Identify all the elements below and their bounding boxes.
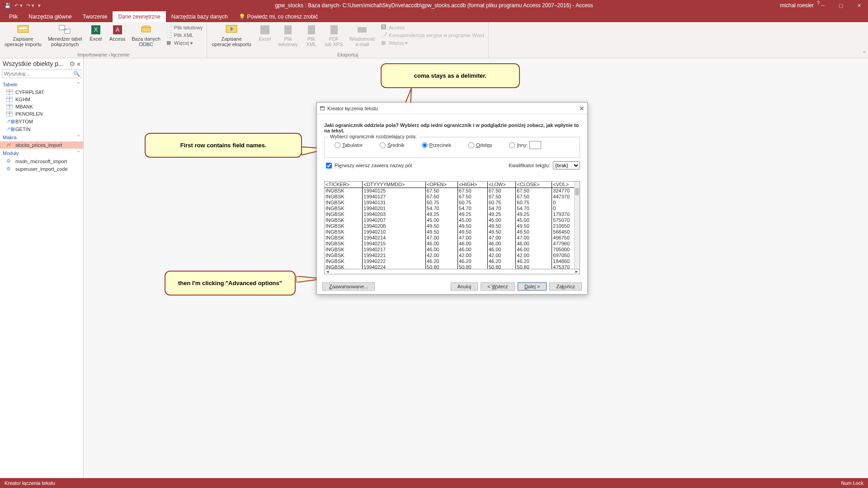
nav-macro-item[interactable]: 🗲stocks_prices_import [0, 141, 83, 149]
dialog-close-icon[interactable]: ✕ [579, 105, 585, 112]
chevron-up-icon[interactable]: ⌃ [76, 134, 80, 140]
preview-cell: 67.50 [487, 194, 515, 200]
preview-cell: 47.00 [516, 235, 552, 241]
save-icon[interactable]: 💾 [5, 3, 11, 9]
nav-section-makra[interactable]: Makra [3, 135, 17, 140]
advanced-button[interactable]: Zaawansowane... [322, 282, 375, 291]
preview-header: <CLOSE> [516, 182, 552, 188]
import-more-button[interactable]: ▦Więcej ▾ [165, 39, 204, 47]
tab-narzedzia-bazy[interactable]: Narzędzia bazy danych [166, 11, 233, 22]
radio-inny[interactable]: Inny: [509, 141, 541, 149]
nav-table-item[interactable]: ↗▦BYTOM [0, 117, 83, 125]
export-excel-button: Excel [256, 23, 274, 42]
preview-cell: INGBSK [325, 200, 363, 206]
text-link-wizard-dialog: 🗔Kreator łączenia tekstu ✕ Jaki ogranicz… [316, 102, 588, 295]
preview-cell: 46.20 [458, 258, 488, 264]
radio-przecinek[interactable]: Przecinek [422, 142, 451, 148]
xml-file-icon: 📄 [166, 32, 173, 38]
nav-module-item[interactable]: ⚙superuser_import_code [0, 165, 83, 173]
preview-cell: 67.50 [425, 188, 458, 194]
import-odbc-button[interactable]: Baza danych ODBC [130, 23, 162, 48]
maximize-button[interactable]: ▢ [832, 0, 850, 11]
svg-rect-15 [330, 25, 338, 34]
nav-item-label: KGHM [15, 97, 30, 102]
import-access-button[interactable]: AAccess [108, 23, 127, 42]
tab-plik[interactable]: Plik [4, 11, 23, 22]
excel-icon: X [89, 24, 103, 36]
qualifier-select[interactable]: {brak} [553, 161, 580, 169]
preview-cell: INGBSK [325, 264, 363, 269]
preview-cell: 54.70 [458, 206, 488, 211]
saved-exports-icon [224, 24, 239, 36]
preview-cell: 46.00 [425, 247, 458, 253]
next-button[interactable]: Dalej > [518, 282, 547, 291]
preview-cell: 42.00 [425, 253, 458, 258]
nav-item-label: stocks_prices_import [15, 142, 62, 148]
nav-table-item[interactable]: CYFRPLSAT [0, 89, 83, 96]
nav-collapse-icon[interactable]: « [77, 60, 80, 67]
nav-dropdown-icon[interactable]: ⊙ [70, 60, 75, 67]
preview-cell: 47.00 [458, 235, 488, 241]
preview-cell: 54.70 [516, 206, 552, 211]
export-email-button: Wiadomość e-mail [347, 23, 377, 48]
nav-item-label: MBANK [15, 104, 33, 109]
export-text-button: Plik tekstowy [277, 23, 300, 48]
preview-cell: INGBSK [325, 206, 363, 211]
preview-vscroll[interactable] [574, 182, 580, 269]
nav-section-moduly[interactable]: Moduły [3, 150, 19, 156]
saved-exports-button[interactable]: Zapisane operacje eksportu [210, 23, 253, 48]
preview-cell: 46.00 [487, 241, 515, 247]
preview-cell: 46.20 [516, 258, 552, 264]
preview-cell: 49.50 [516, 223, 552, 229]
import-text-button[interactable]: 📄Plik tekstowy [165, 24, 204, 31]
import-xml-button[interactable]: 📄Plik XML [165, 32, 204, 39]
access-icon: 🅰 [381, 24, 387, 31]
user-name: michal roesler [780, 2, 814, 9]
preview-header: <HIGH> [458, 182, 488, 188]
tab-tworzenie[interactable]: Tworzenie [77, 11, 113, 22]
cancel-button[interactable]: Anuluj [451, 282, 478, 291]
close-button[interactable]: ✕ [850, 0, 868, 11]
nav-section-tabele[interactable]: Tabele [3, 82, 17, 87]
preview-hscroll[interactable]: ◄► [324, 269, 580, 274]
undo-icon[interactable]: ↶ ▾ [14, 3, 23, 9]
radio-srednik[interactable]: Średnik [380, 142, 404, 148]
preview-cell: 19940203 [363, 211, 426, 217]
qat-more-icon[interactable]: ▾ [38, 3, 41, 9]
preview-cell: 67.50 [458, 194, 488, 200]
chevron-up-icon[interactable]: ⌃ [76, 81, 80, 87]
nav-table-item[interactable]: MBANK [0, 103, 83, 110]
linked-table-icon: ↗▦ [6, 118, 13, 124]
radio-tabulator[interactable]: Tabulator [335, 142, 363, 148]
radio-odstep[interactable]: Odstęp [468, 142, 492, 148]
back-button[interactable]: < Wstecz [481, 282, 515, 291]
export-access-button: 🅰Access [380, 24, 486, 31]
redo-icon[interactable]: ↷ ▾ [26, 3, 34, 9]
checkbox-first-row[interactable] [326, 163, 332, 169]
minimize-button[interactable]: ─ [814, 0, 832, 11]
finish-button[interactable]: Zakończ [549, 282, 582, 291]
linked-table-manager-button[interactable]: Menedżer tabel połączonych [46, 23, 84, 48]
nav-table-item[interactable]: PKNORLEN [0, 110, 83, 117]
tell-me[interactable]: 💡Powiedz mi, co chcesz zrobić [233, 11, 324, 22]
preview-cell: 49.50 [458, 223, 488, 229]
preview-cell: 19940224 [363, 264, 426, 269]
preview-cell: 46.20 [425, 258, 458, 264]
collapse-ribbon-icon[interactable]: ⌃ [862, 51, 866, 56]
preview-cell: 50.80 [458, 264, 488, 269]
nav-table-item[interactable]: ↗▦GETIN [0, 125, 83, 133]
preview-cell: 60.75 [487, 200, 515, 206]
preview-cell: INGBSK [325, 253, 363, 258]
tab-dane-zewnetrzne[interactable]: Dane zewnętrzne [113, 11, 165, 22]
import-excel-button[interactable]: XExcel [87, 23, 105, 42]
saved-imports-button[interactable]: Zapisane operacje importu [3, 23, 43, 48]
nav-search-input[interactable] [2, 69, 81, 78]
search-icon[interactable]: 🔍 [73, 70, 80, 77]
tab-narzedzia-glowne[interactable]: Narzędzia główne [23, 11, 77, 22]
nav-module-item[interactable]: ⚙msdn_microsoft_import [0, 157, 83, 165]
preview-cell: 49.25 [487, 211, 515, 217]
chevron-up-icon[interactable]: ⌃ [76, 150, 80, 156]
export-word-button: 📝Korespondencja seryjna w programie Word [380, 32, 486, 39]
preview-cell: 49.50 [458, 229, 488, 235]
nav-table-item[interactable]: KGHM [0, 96, 83, 103]
